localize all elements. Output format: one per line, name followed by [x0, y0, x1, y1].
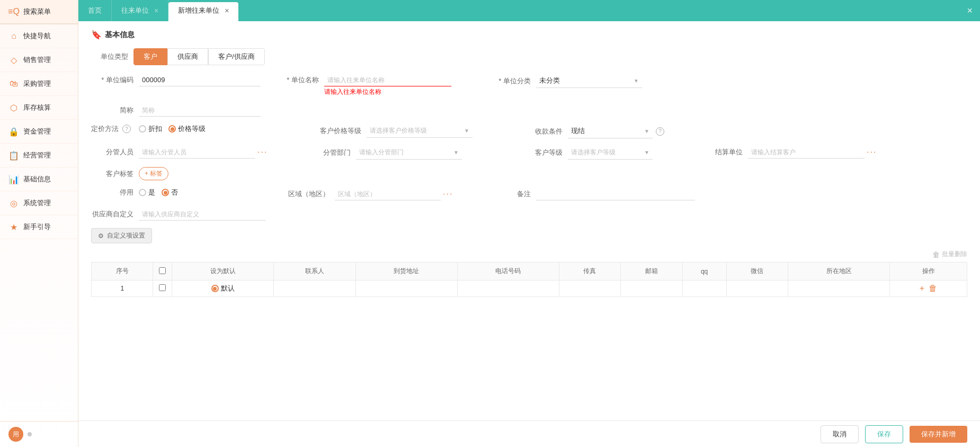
sidebar-item-operations[interactable]: 📋 经营管理 [0, 144, 78, 168]
sidebar-item-inventory[interactable]: ⬡ 库存核算 [0, 96, 78, 120]
supplier-custom-label: 供应商自定义 [91, 209, 139, 219]
radio-yes-outer [139, 189, 146, 196]
unit-name-input[interactable] [324, 74, 451, 86]
col-fax: 传真 [559, 262, 620, 281]
remark-input[interactable] [536, 188, 695, 200]
inventory-icon: ⬡ [8, 102, 19, 113]
unit-category-select[interactable]: 未分类 ▼ [536, 74, 642, 88]
close-all-tabs[interactable]: × [959, 0, 980, 21]
sidebar-item-guide[interactable]: ★ 新手引导 [0, 215, 78, 239]
save-button[interactable]: 保存 [865, 425, 903, 443]
region-label: 区域（地区） [282, 189, 335, 199]
payment-terms-select[interactable]: 现结 ▼ [568, 124, 653, 138]
cell-email [621, 281, 682, 297]
settings-icon: ⚙ [98, 232, 104, 240]
col-checkbox [153, 262, 172, 281]
field-manager: 分管人员 ··· [91, 146, 292, 159]
tab-bar: 首页 往来单位 × 新增往来单位 × × [78, 0, 980, 21]
manager-dots[interactable]: ··· [255, 147, 270, 157]
col-seq: 序号 [92, 262, 153, 281]
tab-contacts[interactable]: 往来单位 × [112, 0, 168, 21]
contacts-table: 序号 设为默认 联系人 到货地址 电话号码 传真 邮箱 qq 微信 所在地区 操… [91, 262, 967, 297]
cell-location [788, 281, 890, 297]
unit-type-both[interactable]: 客户/供应商 [208, 48, 265, 65]
settlement-dots[interactable]: ··· [865, 147, 879, 157]
field-dept: 分管部门 请输入分管部门 ▼ [314, 146, 504, 160]
user-avatar[interactable]: 用 [8, 427, 23, 442]
sidebar-item-finance[interactable]: 🔒 资金管理 [0, 120, 78, 144]
row-checkbox[interactable] [159, 284, 166, 291]
chevron-down-icon4: ▼ [453, 150, 459, 155]
unit-type-customer[interactable]: 客户 [133, 48, 167, 65]
batch-delete-label[interactable]: 批量删除 [942, 250, 967, 259]
default-radio[interactable]: 默认 [175, 284, 270, 293]
short-name-label: 简称 [91, 106, 139, 115]
batch-delete-icon: 🗑 [932, 250, 940, 259]
add-tag-button[interactable]: + 标签 [139, 167, 168, 180]
sidebar-item-system[interactable]: ◎ 系统管理 [0, 191, 78, 215]
dept-label: 分管部门 [314, 148, 356, 157]
manager-input[interactable] [139, 146, 255, 159]
row-add-icon[interactable]: + [920, 284, 924, 293]
pricing-radio-group: 折扣 价格等级 [139, 124, 206, 134]
sidebar-item-quicknav[interactable]: ⌂ 快捷导航 [0, 24, 78, 48]
unit-type-label: 单位类型 [91, 52, 133, 62]
row-delete-icon[interactable]: 🗑 [929, 284, 937, 293]
close-new-contact-tab[interactable]: × [225, 6, 229, 15]
cell-default: 默认 [172, 281, 274, 297]
pricing-help-icon[interactable]: ? [122, 125, 131, 133]
customer-level-select[interactable]: 请选择客户等级 ▼ [568, 146, 653, 160]
operations-icon: 📋 [8, 150, 19, 161]
disabled-radio-group: 是 否 [139, 188, 178, 197]
sidebar-item-basic[interactable]: 📊 基础信息 [0, 168, 78, 191]
col-actions: 操作 [890, 262, 967, 281]
col-location: 所在地区 [788, 262, 890, 281]
quicknav-icon: ⌂ [8, 31, 19, 41]
unit-type-row: 单位类型 客户 供应商 客户/供应商 [91, 48, 967, 65]
field-disabled: 停用 是 否 [91, 188, 261, 197]
chevron-down-icon5: ▼ [644, 150, 649, 155]
disabled-no[interactable]: 否 [162, 188, 178, 197]
unit-type-supplier[interactable]: 供应商 [167, 48, 208, 65]
customer-price-select[interactable]: 请选择客户价格等级 ▼ [367, 124, 473, 138]
disabled-yes[interactable]: 是 [139, 188, 155, 197]
region-input[interactable] [335, 188, 441, 200]
radio-no-inner [164, 191, 167, 195]
pricing-price-level[interactable]: 价格等级 [168, 124, 206, 134]
cell-checkbox [153, 281, 172, 297]
tab-spacer [238, 0, 959, 21]
system-icon: ◎ [8, 198, 19, 208]
unit-code-input[interactable] [139, 74, 261, 86]
basic-icon: 📊 [8, 174, 19, 185]
short-name-input[interactable] [139, 104, 261, 117]
row-pricing: 定价方法 ? 折扣 价格等级 [91, 124, 967, 138]
field-customer-price: 客户价格等级 请选择客户价格等级 ▼ [314, 124, 504, 138]
pricing-discount[interactable]: 折扣 [139, 124, 162, 134]
close-contacts-tab[interactable]: × [154, 6, 158, 15]
sidebar-item-purchase[interactable]: 🛍 采购管理 [0, 72, 78, 96]
payment-help-icon[interactable]: ? [656, 127, 664, 136]
sidebar-item-sales[interactable]: ◇ 销售管理 [0, 48, 78, 72]
sidebar-item-search[interactable]: ≡Q 搜索菜单 [0, 0, 78, 24]
settlement-input[interactable] [748, 146, 865, 159]
cell-fax [559, 281, 620, 297]
radio-price-level-outer [168, 125, 176, 133]
section-title: 基本信息 [105, 30, 135, 40]
select-all-checkbox[interactable] [159, 267, 166, 274]
dept-select[interactable]: 请输入分管部门 ▼ [356, 146, 462, 160]
tab-new-contact[interactable]: 新增往来单位 × [168, 2, 238, 21]
save-new-button[interactable]: 保存并新增 [910, 426, 967, 443]
disabled-label: 停用 [91, 188, 139, 197]
chevron-down-icon2: ▼ [464, 128, 469, 134]
row-unit-basic: * 单位编码 * 单位名称 请输入往来单位名称 * 单位分类 未分类 [91, 74, 967, 97]
field-supplier-custom: 供应商自定义 [91, 208, 303, 221]
col-phone: 电话号码 [457, 262, 559, 281]
supplier-custom-input[interactable] [139, 208, 266, 221]
cell-wechat [726, 281, 788, 297]
cancel-button[interactable]: 取消 [821, 425, 859, 443]
manager-label: 分管人员 [91, 147, 139, 157]
field-unit-category: * 单位分类 未分类 ▼ [494, 74, 684, 88]
region-dots[interactable]: ··· [441, 189, 455, 199]
tab-home[interactable]: 首页 [78, 0, 112, 21]
custom-settings-button[interactable]: ⚙ 自定义项设置 [91, 228, 152, 243]
